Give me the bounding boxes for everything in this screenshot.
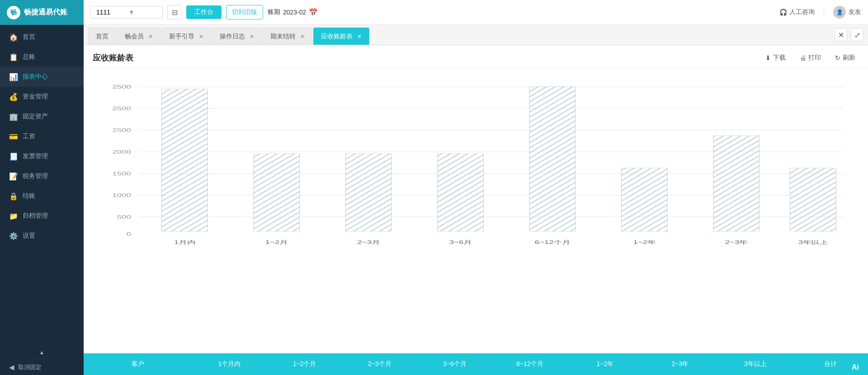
sidebar-item-label: 报表中心 [23,73,48,81]
archive-icon: 📁 [9,211,18,220]
funds-icon: 💰 [9,92,18,101]
page-title: 应收账龄表 [93,52,133,63]
divider [824,8,824,17]
maximize-tab-button[interactable]: ⤢ [851,28,863,41]
topbar: 1111 ▼ ⊟ 工作台 切到旧版 账期 2023-02 📅 🎧 人工咨询 👤 … [84,0,868,25]
tab-aging[interactable]: 应收账龄表✕ [313,28,369,45]
svg-text:0: 0 [126,231,131,237]
company-name: 1111 [96,9,125,16]
page-header: 应收账龄表 ⬇ 下载 🖨 打印 ↻ 刷新 [84,45,868,69]
old-version-button[interactable]: 切到旧版 [226,5,263,19]
invoice-icon: 🧾 [9,152,18,161]
tab-close-period_end[interactable]: ✕ [300,33,305,40]
logo-icon: 畅 [7,6,20,19]
svg-text:6~12个月: 6~12个月 [535,239,571,245]
chart-area: 2500 2500 2500 2000 1500 1000 500 0 [84,69,868,353]
svg-text:1~2月: 1~2月 [265,239,288,245]
sidebar-item-label: 发票管理 [23,152,48,160]
svg-text:2500: 2500 [112,106,131,111]
bar-3-6月 [438,154,484,231]
tab-close-member[interactable]: ✕ [148,33,153,40]
tab-guide[interactable]: 新手引导✕ [161,28,211,45]
headset-icon: 🎧 [779,9,787,16]
sidebar-item-settings[interactable]: ⚙️ 设置 [0,226,84,246]
workbench-button[interactable]: 工作台 [186,5,222,19]
pin-icon: ◀ [9,363,14,371]
tab-period_end[interactable]: 期末结转✕ [263,28,312,45]
table-header-0: 客户 [84,360,192,368]
sidebar-cancel-fixed[interactable]: ◀ 取消固定 [0,359,84,375]
sidebar-item-label: 结账 [23,192,35,200]
period-info: 账期 2023-02 📅 [268,8,318,17]
bar-chart: 2500 2500 2500 2000 1500 1000 500 0 [93,78,859,249]
svg-text:1000: 1000 [112,192,131,198]
copy-icon: ⊟ [172,8,178,17]
svg-text:3年以上: 3年以上 [798,239,828,245]
salary-icon: 💳 [9,132,18,141]
svg-text:1500: 1500 [112,171,131,176]
chart-svg: 2500 2500 2500 2000 1500 1000 500 0 [93,78,859,249]
bar-1月内 [162,89,208,231]
tab-close-guide[interactable]: ✕ [199,33,203,40]
sidebar: 畅 畅捷通易代账 🏠 首页 📋 总账 📊 报表中心 💰 资金管理 🏢 固定资产 … [0,0,84,375]
svg-text:2500: 2500 [112,127,131,133]
sidebar-item-archive[interactable]: 📁 归档管理 [0,206,84,226]
sidebar-item-home[interactable]: 🏠 首页 [0,27,84,47]
svg-text:1月内: 1月内 [174,239,195,245]
sidebar-scroll-up[interactable]: ▲ [0,346,84,359]
sidebar-item-closing[interactable]: 🔒 结账 [0,186,84,206]
sidebar-item-ledger[interactable]: 📋 总账 [0,47,84,67]
sidebar-item-tax[interactable]: 📝 税务管理 [0,166,84,186]
sidebar-item-funds[interactable]: 💰 资金管理 [0,87,84,107]
table-header-1: 1个月内 [192,360,267,368]
table-header-8: 3年以上 [718,360,793,368]
sidebar-item-label: 归档管理 [23,212,48,220]
sidebar-item-reports[interactable]: 📊 报表中心 [0,67,84,87]
content-area: 应收账龄表 ⬇ 下载 🖨 打印 ↻ 刷新 [84,45,868,375]
sidebar-item-label: 总账 [23,53,35,61]
tab-label: 操作日志 [220,33,245,41]
reports-icon: 📊 [9,72,18,81]
print-button[interactable]: 🖨 打印 [796,52,825,64]
svg-text:2~3年: 2~3年 [725,239,748,245]
copy-button[interactable]: ⊟ [167,5,182,19]
tab-member[interactable]: 畅会员✕ [117,28,160,45]
company-selector[interactable]: 1111 ▼ [90,6,163,19]
tab-close-log[interactable]: ✕ [250,33,254,40]
download-button[interactable]: ⬇ 下载 [762,52,789,64]
tabs-bar: 首页畅会员✕新手引导✕操作日志✕期末结转✕应收账龄表✕ ✕ ⤢ [84,25,868,45]
tab-home[interactable]: 首页 [88,28,116,45]
tab-log[interactable]: 操作日志✕ [212,28,262,45]
user-info[interactable]: 👤 友友 [833,6,861,19]
sidebar-logo: 畅 畅捷通易代账 [0,0,84,25]
table-header-6: 1~2年 [567,360,642,368]
sidebar-item-salary[interactable]: 💳 工资 [0,127,84,146]
table-header-4: 3~6个月 [417,360,492,368]
sidebar-item-invoice[interactable]: 🧾 发票管理 [0,146,84,166]
refresh-button[interactable]: ↻ 刷新 [831,52,859,64]
tab-close-aging[interactable]: ✕ [357,33,362,40]
calendar-icon[interactable]: 📅 [309,8,318,17]
sidebar-item-assets[interactable]: 🏢 固定资产 [0,107,84,127]
topbar-right: 🎧 人工咨询 👤 友友 [779,6,861,19]
table-header-3: 2~3个月 [342,360,417,368]
svg-text:1~2年: 1~2年 [633,239,656,245]
home-icon: 🏠 [9,33,18,42]
tab-label: 畅会员 [125,33,144,41]
ai-badge[interactable]: Ai [843,360,868,375]
sidebar-item-label: 首页 [23,33,35,41]
close-tab-button[interactable]: ✕ [835,28,847,41]
sidebar-item-label: 资金管理 [23,93,48,101]
chevron-down-icon: ▼ [128,9,157,16]
consulting-link[interactable]: 🎧 人工咨询 [779,8,815,16]
assets-icon: 🏢 [9,112,18,121]
svg-text:2000: 2000 [112,149,131,155]
svg-text:2500: 2500 [112,84,131,89]
tab-label: 期末结转 [270,33,296,41]
sidebar-item-label: 税务管理 [23,172,48,180]
refresh-icon: ↻ [835,54,840,61]
sidebar-item-label: 工资 [23,132,35,141]
tabs-controls: ✕ ⤢ [835,28,863,41]
svg-text:2~3月: 2~3月 [357,239,380,245]
avatar: 👤 [833,6,846,19]
